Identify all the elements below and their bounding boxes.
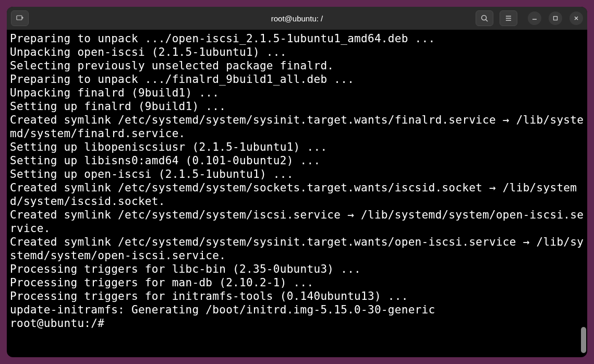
close-icon [573,15,579,21]
terminal-line: Selecting previously unselected package … [10,59,584,72]
menu-button[interactable] [500,10,517,26]
terminal-line: Processing triggers for initramfs-tools … [10,289,584,303]
svg-rect-2 [554,17,557,20]
terminal-line: Created symlink /etc/systemd/system/sysi… [10,235,584,262]
terminal-line: Preparing to unpack .../finalrd_9build1_… [10,72,584,86]
minimize-button[interactable] [528,11,541,25]
svg-rect-0 [17,16,22,20]
terminal-prompt: root@ubuntu:/# [10,317,111,330]
terminal-line: Unpacking open-iscsi (2.1.5-1ubuntu1) ..… [10,45,584,59]
minimize-icon [531,15,538,21]
search-icon [480,14,489,22]
terminal-line: Setting up libisns0:amd64 (0.101-0ubuntu… [10,154,584,167]
terminal-line: Setting up finalrd (9build1) ... [10,100,584,113]
terminal-line: Unpacking finalrd (9build1) ... [10,86,584,100]
terminal-line: update-initramfs: Generating /boot/initr… [10,303,584,317]
terminal-line: Setting up open-iscsi (2.1.5-1ubuntu1) .… [10,167,584,181]
new-tab-icon [16,14,24,22]
close-button[interactable] [569,11,583,25]
hamburger-icon [504,14,513,22]
terminal-line: Created symlink /etc/systemd/system/iscs… [10,208,584,235]
search-button[interactable] [476,10,493,26]
svg-point-1 [482,16,487,20]
terminal-line: Processing triggers for libc-bin (2.35-0… [10,262,584,276]
terminal-line: Setting up libopeniscsiusr (2.1.5-1ubunt… [10,140,584,154]
maximize-icon [552,15,559,21]
new-tab-button[interactable] [11,10,29,26]
maximize-button[interactable] [549,11,562,25]
scrollbar-thumb[interactable] [581,327,586,353]
terminal-output[interactable]: Preparing to unpack .../open-iscsi_2.1.5… [7,30,587,357]
terminal-line: Processing triggers for man-db (2.10.2-1… [10,276,584,289]
terminal-window: root@ubuntu: / [7,7,587,357]
terminal-line: Created symlink /etc/systemd/system/sock… [10,181,584,208]
terminal-line: Preparing to unpack .../open-iscsi_2.1.5… [10,32,584,45]
titlebar: root@ubuntu: / [7,7,587,30]
terminal-line: Created symlink /etc/systemd/system/sysi… [10,113,584,140]
